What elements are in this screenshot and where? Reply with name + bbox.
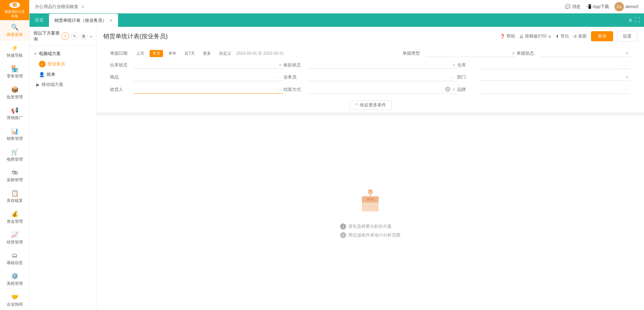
filter-dept: 部门 ∨ bbox=[457, 73, 631, 81]
date-tab-custom[interactable]: 自定义 bbox=[216, 50, 234, 57]
tip-num-1: 1 bbox=[340, 223, 346, 229]
brand-control[interactable]: ··· bbox=[481, 86, 631, 94]
date-tab-last7days[interactable]: 近7天 bbox=[182, 50, 198, 57]
tree-by-order[interactable]: 👤 按单 bbox=[30, 69, 96, 80]
warehouse-control[interactable]: ··· bbox=[481, 61, 631, 69]
filter-row-3: 商品 ··· 业务员 ··· bbox=[110, 73, 631, 81]
sidebar-item-search-label: 搜索菜单 bbox=[7, 32, 23, 38]
export-btn[interactable]: ⬆ 导出 bbox=[555, 33, 569, 39]
filter-area: 单据日期 上月 本月 本年 近7天 更多 自定义 2023-03-01 至 20… bbox=[103, 46, 637, 98]
sidebar-item-sales[interactable]: 📊 销售管理 bbox=[0, 124, 29, 145]
goods-control[interactable]: ··· bbox=[133, 73, 283, 81]
base-icon: 🗂 bbox=[12, 252, 18, 259]
settlement-control[interactable]: ✕ ∨ bbox=[307, 85, 457, 94]
enterprise-icon: 🤝 bbox=[11, 293, 18, 301]
help-btn[interactable]: ❓ 帮助 bbox=[500, 33, 515, 39]
retail-icon: 🏪 bbox=[11, 65, 18, 72]
salesperson-control[interactable]: ··· bbox=[307, 73, 457, 81]
sidebar-item-operation[interactable]: 📈 经营管理 bbox=[0, 228, 29, 249]
goods-label: 商品 bbox=[110, 74, 133, 80]
sidebar-item-search[interactable]: 🔍 搜索菜单 bbox=[0, 20, 29, 41]
user-profile-btn[interactable]: Ea demo2 bbox=[614, 2, 639, 11]
edit-icon: ✎ bbox=[73, 34, 76, 39]
system-icon: ⚙️ bbox=[11, 272, 18, 280]
sidebar-item-base[interactable]: 🗂 基础信息 bbox=[0, 249, 29, 269]
setting-button[interactable]: 设置 bbox=[617, 31, 637, 42]
operation-icon: 📈 bbox=[11, 231, 18, 239]
inventory-icon: 📋 bbox=[11, 190, 18, 197]
help-icon: ❓ bbox=[500, 34, 505, 39]
tab-home[interactable]: 首页 bbox=[30, 13, 49, 27]
empty-illustration bbox=[354, 185, 387, 218]
sidebar-item-marketing-label: 营销推广 bbox=[7, 115, 23, 121]
refresh-btn[interactable]: ↺ 刷新 bbox=[573, 33, 587, 39]
sidebar-item-shortcut[interactable]: ⚡ 快捷导航 bbox=[0, 41, 29, 62]
stock-out-control[interactable]: ∨ bbox=[133, 61, 283, 69]
ecommerce-icon: 🛒 bbox=[11, 148, 18, 156]
doc-type-control[interactable]: ∨ bbox=[426, 50, 517, 57]
receiver-more-icon: ··· bbox=[276, 87, 281, 92]
tree-mobile-label: 移动端方案 bbox=[42, 82, 63, 88]
settlement-clear-icon[interactable]: ✕ bbox=[445, 87, 450, 92]
stock-out-chevron-icon: ∨ bbox=[279, 63, 281, 67]
filter-doc-status: 单据状态 ∨ bbox=[517, 50, 631, 57]
payment-control[interactable]: ∨ bbox=[307, 61, 457, 69]
date-tab-this-year[interactable]: 本年 bbox=[166, 50, 179, 57]
collapse-filters-btn[interactable]: ⌃ 收起更多条件 bbox=[349, 100, 392, 110]
template-print-btn[interactable]: 🖨 按模板打印 ∨ bbox=[519, 33, 551, 39]
sidebar-item-finance[interactable]: 💰 资金管理 bbox=[0, 207, 29, 228]
sidebar-item-marketing[interactable]: 📢 营销推广 bbox=[0, 103, 29, 124]
delete-scheme-btn[interactable]: 🗑 bbox=[80, 33, 88, 40]
tree-desktop-parent[interactable]: ▼ 电脑端方案 bbox=[30, 49, 96, 59]
purchase-icon: 🛍 bbox=[12, 169, 18, 176]
sidebar-item-inventory[interactable]: 📋 库存核算 bbox=[0, 186, 29, 207]
tree-by-salesperson[interactable]: ✓ 按业务员 bbox=[30, 59, 96, 69]
sidebar-item-ecommerce-label: 电商管理 bbox=[7, 157, 23, 162]
tabbar: 首页 销货单统计表（按业务员） ✕ ✕ ⛶ bbox=[30, 13, 644, 27]
query-button[interactable]: 查询 bbox=[591, 31, 613, 41]
date-tab-last-month[interactable]: 上月 bbox=[133, 50, 147, 57]
date-range-text: 2023-03-01 至 2023-03-31 bbox=[236, 51, 284, 56]
doc-type-chevron-icon: ∨ bbox=[512, 51, 515, 55]
salesperson-more-icon: ··· bbox=[449, 74, 455, 80]
sidebar-item-purchase[interactable]: 🛍 采购管理 bbox=[0, 166, 29, 186]
date-tab-this-month[interactable]: 本月 bbox=[150, 50, 163, 57]
date-tab-more[interactable]: 更多 bbox=[200, 50, 214, 57]
sales-icon: 📊 bbox=[11, 127, 18, 135]
topbar-right: 💬 消息 📲 App下载 Ea demo2 bbox=[565, 2, 639, 11]
doc-status-control[interactable]: ∨ bbox=[540, 50, 631, 57]
app-download-btn[interactable]: 📲 App下载 bbox=[586, 4, 609, 10]
sidebar-item-ecommerce[interactable]: 🛒 电商管理 bbox=[0, 145, 29, 166]
sidebar-item-retail[interactable]: 🏪 零售管理 bbox=[0, 62, 29, 83]
receiver-control[interactable]: ··· bbox=[133, 86, 283, 94]
stock-out-label: 出库状态 bbox=[110, 62, 133, 68]
tree-mobile-expand-icon: ▶ bbox=[36, 82, 40, 87]
tip-num-2: 2 bbox=[340, 232, 346, 238]
message-btn[interactable]: 💬 消息 bbox=[565, 4, 581, 10]
sidebar-item-system[interactable]: ⚙️ 系统管理 bbox=[0, 269, 29, 290]
tree-mobile-parent[interactable]: ▶ 移动端方案 bbox=[30, 80, 96, 90]
tab-close-icon[interactable]: ✕ bbox=[109, 18, 113, 23]
tree-desktop-label: 电脑端方案 bbox=[39, 51, 61, 57]
add-scheme-btn[interactable]: + bbox=[61, 33, 69, 40]
tab-sales-stat-label: 销货单统计表（按业务员） bbox=[54, 17, 107, 23]
brand-label: 品牌 bbox=[457, 87, 481, 93]
receiver-label: 收货人 bbox=[110, 87, 133, 93]
finance-icon: 💰 bbox=[11, 210, 18, 218]
sidebar-item-wholesale[interactable]: 📦 批发管理 bbox=[0, 83, 29, 103]
sidebar-item-wholesale-label: 批发管理 bbox=[7, 94, 23, 100]
left-panel-actions: + ✎ 🗑 « bbox=[61, 33, 92, 40]
sidebar-item-enterprise[interactable]: 🤝 企业协同 bbox=[0, 290, 29, 310]
edit-scheme-btn[interactable]: ✎ bbox=[71, 33, 78, 40]
message-label: 消息 bbox=[572, 4, 581, 10]
date-filter-control: 上月 本月 本年 近7天 更多 自定义 2023-03-01 至 2023-03… bbox=[133, 50, 402, 57]
user-name: demo2 bbox=[625, 4, 639, 9]
tab-expand-icon[interactable]: ⛶ bbox=[635, 17, 640, 23]
page-header: 销货单统计表(按业务员) ❓ 帮助 🖨 按模板打印 ∨ ⬆ bbox=[97, 27, 644, 113]
print-icon: 🖨 bbox=[519, 34, 524, 39]
tab-sales-stat[interactable]: 销货单统计表（按业务员） ✕ bbox=[49, 14, 118, 27]
empty-tip-2-text: 用过滤条件来缩小分析范围 bbox=[348, 232, 400, 238]
dept-control[interactable]: ∨ bbox=[481, 73, 631, 81]
tab-close-window-icon[interactable]: ✕ bbox=[628, 17, 633, 23]
left-panel-collapse-btn[interactable]: « bbox=[90, 34, 92, 39]
